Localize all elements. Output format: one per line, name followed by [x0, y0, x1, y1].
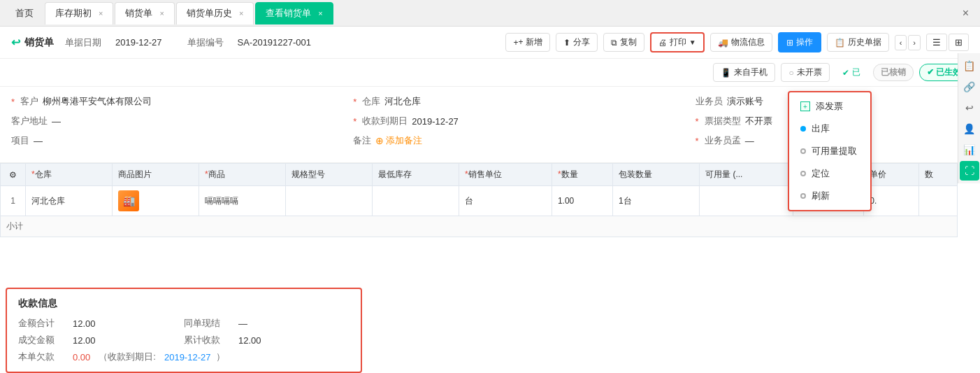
add-note-button[interactable]: ⊕ 添加备注 — [375, 134, 422, 147]
tab-sales-history[interactable]: 销货单历史 × — [176, 2, 254, 24]
col-warehouse: *仓库 — [26, 164, 113, 186]
main-content: ↩ 销货单 单据日期 2019-12-27 单据编号 SA-20191227-0… — [0, 27, 980, 373]
tab-inventory-init[interactable]: 库存期初 × — [45, 2, 113, 24]
col-gear[interactable]: ⚙ — [1, 164, 26, 186]
sidebar-icon-5[interactable]: 📊 — [960, 140, 979, 160]
staff-value[interactable]: 演示账号 — [727, 95, 763, 108]
product-thumbnail: 🏭 — [118, 190, 139, 211]
outbound-icon — [800, 126, 806, 132]
warehouse-label: 仓库 — [362, 95, 380, 108]
locate-label: 定位 — [812, 167, 830, 180]
doc-title-area: ↩ 销货单 — [11, 36, 54, 49]
address-field: 客户地址 — — [11, 115, 353, 127]
check1-button[interactable]: ✔ 已 — [835, 64, 867, 81]
window-close-button[interactable]: × — [957, 4, 974, 22]
print-dropdown-icon: ▼ — [689, 38, 696, 46]
copy-icon: ⧉ — [611, 38, 617, 48]
col-spec: 规格型号 — [286, 164, 373, 186]
payment-date-label: 收款到期日 — [362, 115, 408, 127]
col-amount: 数 — [918, 164, 957, 186]
tab-label-inventory-init: 库存期初 — [55, 7, 92, 20]
warehouse-value[interactable]: 河北仓库 — [384, 95, 421, 108]
owed-row: 本单欠款 0.00 （收款到期日: 2019-12-27 ） — [18, 351, 350, 363]
new-button[interactable]: + + 新增 — [505, 33, 549, 52]
tab-close-view-sales[interactable]: × — [318, 9, 322, 17]
nav-prev[interactable]: ‹ — [895, 35, 907, 50]
dropdown-available-qty[interactable]: 可用量提取 — [789, 140, 870, 162]
tab-close-sales-order[interactable]: × — [159, 9, 164, 17]
add-note-text: 添加备注 — [386, 134, 422, 147]
subtotal-label: 小计 — [1, 216, 958, 237]
tab-close-sales-history[interactable]: × — [239, 9, 243, 17]
sidebar-icon-expand[interactable]: ⛶ — [960, 161, 979, 181]
customer-value[interactable]: 柳州粤港平安气体有限公司 — [43, 95, 152, 108]
col-image: 商品图片 — [113, 164, 199, 186]
sidebar-icon-1[interactable]: 📋 — [960, 56, 979, 76]
add-note-plus-icon: ⊕ — [375, 135, 384, 146]
dropdown-refresh[interactable]: 刷新 — [789, 185, 870, 207]
invoice-value[interactable]: 不开票 — [745, 115, 772, 127]
total-value: 12.00 — [73, 318, 96, 329]
toolbar: + + 新增 ⬆ 分享 ⧉ 复制 🖨 打印 ▼ 🚚 物流信息 ⊞ — [505, 32, 969, 52]
operate-button[interactable]: ⊞ 操作 — [778, 32, 821, 52]
row-min-stock — [373, 186, 459, 216]
nav-next[interactable]: › — [908, 35, 921, 50]
add-invoice-icon: + — [800, 101, 810, 111]
view-list[interactable]: ☰ — [926, 34, 947, 51]
share-button[interactable]: ⬆ 分享 — [556, 33, 598, 52]
invoice-label: 票据类型 — [705, 115, 741, 127]
payment-info-box: 收款信息 金额合计 12.00 同单现结 — 成交金额 12.00 累计收款 1… — [6, 288, 362, 373]
not-open-invoice-button[interactable]: ○ 未开票 — [781, 63, 829, 82]
row-num: 1 — [1, 186, 26, 216]
owed-date: 2019-12-27 — [164, 352, 211, 363]
note-label: 备注 — [353, 134, 371, 147]
deal-amount-label: 成交金额 — [18, 334, 67, 346]
payment-date-field: * 收款到期日 2019-12-27 — [353, 115, 695, 127]
same-order-value: — — [238, 318, 247, 329]
print-button[interactable]: 🖨 打印 ▼ — [650, 32, 705, 52]
tab-home[interactable]: 首页 — [6, 3, 43, 24]
deal-amount-row: 成交金额 12.00 — [18, 334, 184, 346]
payment-date-value[interactable]: 2019-12-27 — [412, 116, 459, 127]
owed-value: 0.00 — [73, 352, 90, 363]
customer-required-star: * — [11, 97, 15, 107]
action-dropdown: + 添发票 出库 可用量提取 定位 刷新 — [788, 91, 872, 211]
nav-arrows: ‹ › — [895, 35, 921, 50]
history-button[interactable]: 📋 历史单据 — [827, 33, 889, 52]
tab-close-inventory-init[interactable]: × — [99, 9, 103, 17]
sidebar-icon-3[interactable]: ↩ — [960, 98, 979, 118]
share-label: 分享 — [573, 36, 590, 48]
total-row: 金额合计 12.00 — [18, 317, 184, 330]
tab-label-sales-history: 销货单历史 — [187, 7, 232, 20]
phone-icon: 📱 — [721, 68, 731, 78]
from-phone-button[interactable]: 📱 来自手机 — [713, 63, 775, 82]
row-warehouse: 河北仓库 — [26, 186, 113, 216]
owed-label: 本单欠款 — [18, 351, 67, 363]
tab-sales-order[interactable]: 销货单 × — [115, 2, 174, 24]
dropdown-add-invoice[interactable]: + 添发票 — [789, 95, 870, 118]
customer-label: 客户 — [20, 95, 38, 108]
address-value: — — [52, 116, 61, 127]
view-grid[interactable]: ⊞ — [949, 34, 969, 51]
row-amount — [918, 186, 957, 216]
payment-date-required: * — [353, 116, 356, 127]
sidebar-icon-2[interactable]: 🔗 — [960, 77, 979, 97]
dropdown-locate[interactable]: 定位 — [789, 162, 870, 185]
doc-header: ↩ 销货单 单据日期 2019-12-27 单据编号 SA-20191227-0… — [0, 27, 980, 59]
cumulative-row: 累计收款 12.00 — [184, 334, 350, 346]
view-toggle: ☰ ⊞ — [926, 34, 969, 51]
col-min-stock: 最低库存 — [373, 164, 459, 186]
operate-label: 操作 — [796, 36, 813, 48]
dropdown-outbound[interactable]: 出库 — [789, 118, 870, 140]
check-effective-icon: ✔ — [927, 67, 934, 77]
copy-button[interactable]: ⧉ 复制 — [603, 33, 644, 52]
sales-order-icon: ↩ — [11, 36, 20, 49]
logistics-button[interactable]: 🚚 物流信息 — [710, 33, 772, 52]
same-order-row: 同单现结 — — [184, 317, 350, 330]
sidebar-icon-4[interactable]: 👤 — [960, 119, 979, 139]
doc-date-value: 2019-12-27 — [115, 37, 162, 48]
print-icon: 🖨 — [658, 38, 667, 48]
staff2-label: 业务员孟 — [705, 134, 741, 147]
tab-view-sales[interactable]: 查看销货单 × — [255, 2, 333, 24]
tab-label-view-sales: 查看销货单 — [266, 7, 311, 20]
